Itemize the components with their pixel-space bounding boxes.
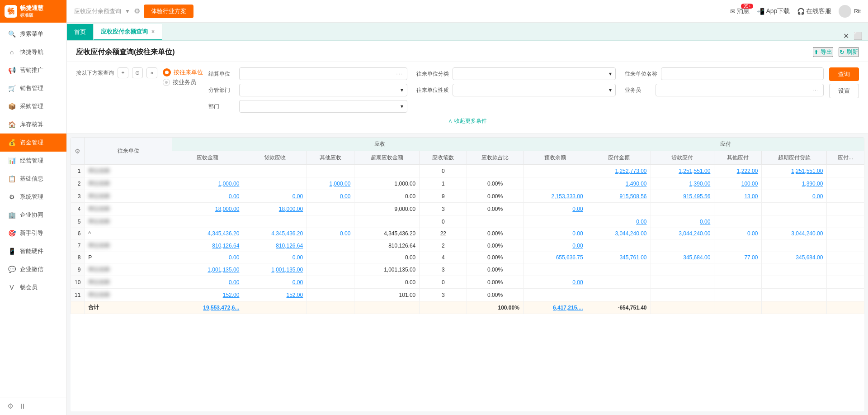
- total-prepaid[interactable]: 6,417,215....: [523, 301, 587, 314]
- topbar-breadcrumb: 应收应付余额查询: [74, 7, 121, 15]
- sidebar-item-purchase[interactable]: 📦采购管理: [0, 97, 66, 115]
- logo-icon: 畅: [5, 5, 17, 18]
- avatar: [839, 5, 851, 18]
- basic-icon: 📋: [7, 174, 16, 183]
- table-row: 2 单位名称 1,000.00 1,000.00 1,000.00 1 0.00…: [71, 177, 864, 190]
- collapse-more-button[interactable]: ∧ 收起更多条件: [76, 114, 859, 128]
- sidebar-item-sales[interactable]: 🛒销售管理: [0, 79, 66, 97]
- sidebar-item-inventory[interactable]: 🏠库存核算: [0, 115, 66, 134]
- unit-category-input[interactable]: ▾: [453, 67, 615, 80]
- chevron-down-icon: ▼: [125, 8, 130, 14]
- message-icon: ✉: [730, 8, 736, 15]
- ar-pct-header: 应收款占比: [467, 151, 524, 165]
- sidebar-item-marketing[interactable]: 📢营销推广: [0, 61, 66, 79]
- sidebar-item-guide[interactable]: 🎯新手引导: [0, 224, 66, 242]
- filter-field-unit-category: 往来单位分类 ▾: [416, 67, 615, 80]
- add-scheme-button[interactable]: +: [118, 67, 128, 78]
- tab-home[interactable]: 首页: [67, 24, 94, 40]
- scheme-settings-button[interactable]: ⊙: [132, 67, 143, 78]
- export-button[interactable]: ⬆ 导出: [813, 47, 833, 57]
- option-by-staff-label: 按业务员: [173, 78, 196, 86]
- table-settings-icon[interactable]: ⚙: [75, 148, 80, 155]
- filter-scheme-label: 按以下方案查询: [76, 69, 114, 77]
- app-title: 畅捷通慧: [20, 4, 43, 12]
- table-row: 10 单位名称 0.00 0.00 0.00 0 0.00% 0.00: [71, 276, 864, 289]
- dept-label: 部门: [208, 103, 236, 110]
- topbar-left: 应收应付余额查询 ▼ ⚙ 体验行业方案: [74, 5, 726, 18]
- setting-button[interactable]: 设置: [829, 84, 859, 98]
- refresh-icon: ↻: [840, 49, 844, 56]
- online-service-button[interactable]: 🎧 在线客服: [797, 7, 831, 15]
- table-row: 7 单位名称 810,126.64 810,126.64 810,126.64 …: [71, 239, 864, 252]
- refresh-button[interactable]: ↻ 刷新: [839, 47, 859, 57]
- unit-name-input[interactable]: [661, 67, 824, 80]
- tab-home-label: 首页: [74, 28, 86, 36]
- dept-manager-input[interactable]: ▾: [239, 84, 407, 96]
- filter-field-salesperson: 业务员 ···: [625, 84, 824, 96]
- sidebar-item-wechat[interactable]: 💬企业微信: [0, 260, 66, 278]
- sidebar-item-finance[interactable]: 💰资金管理: [0, 134, 66, 152]
- query-button[interactable]: 查询: [829, 67, 859, 81]
- sidebar-item-system[interactable]: ⚙系统管理: [0, 188, 66, 206]
- filter-field-dept: 部门 ▾: [208, 100, 407, 113]
- settings-bottom-icon[interactable]: ⚙: [7, 402, 14, 410]
- ap-amount-header: 应付金额: [587, 151, 651, 165]
- app-download-button[interactable]: 📲 App下载: [757, 7, 790, 15]
- ap-overdue-header: 超期应付贷款: [762, 151, 827, 165]
- tab-close-icon[interactable]: ×: [151, 29, 155, 35]
- sidebar-item-member[interactable]: V畅会员: [0, 278, 66, 296]
- dept-input[interactable]: ▾: [239, 100, 407, 113]
- operation-icon: 📊: [7, 156, 16, 165]
- system-icon: ⚙: [7, 192, 16, 201]
- sidebar-item-nav[interactable]: ⌂快捷导航: [0, 43, 66, 61]
- sidebar-item-operation[interactable]: 📊经营管理: [0, 152, 66, 170]
- data-table: ⚙ 往来单位 应收 应付 应收金额 贷款应收 其他应收 超期应收金额 应收笔数 …: [71, 137, 864, 314]
- wechat-icon: 💬: [7, 265, 16, 274]
- sidebar-item-basic[interactable]: 📋基础信息: [0, 170, 66, 188]
- download-icon: 📲: [757, 8, 764, 15]
- gear-icon[interactable]: ⚙: [134, 7, 140, 15]
- settlement-input[interactable]: ···: [239, 67, 407, 80]
- member-icon: V: [7, 283, 16, 292]
- message-button[interactable]: ✉ 消息 99+: [730, 7, 750, 15]
- inventory-icon: 🏠: [7, 120, 16, 129]
- message-badge: 99+: [741, 4, 753, 9]
- sales-icon: 🛒: [7, 84, 16, 93]
- guide-icon: 🎯: [7, 229, 16, 238]
- page-actions: ⬆ 导出 ↻ 刷新: [813, 47, 859, 57]
- total-ap-amount: -654,751.40: [587, 301, 651, 314]
- tab-ar-ap[interactable]: 应收应付余额查询 ×: [94, 24, 162, 40]
- maximize-icon[interactable]: ⬜: [854, 32, 863, 40]
- table-row: 9 单位名称 1,001,135.00 1,001,135.00 1,001,1…: [71, 263, 864, 276]
- table-row: 8 P 0.00 0.00 0.00 4 0.00% 655,636.75 34…: [71, 252, 864, 263]
- sidebar-item-search[interactable]: 🔍搜索菜单: [0, 25, 66, 43]
- unit-nature-input[interactable]: ▾: [453, 84, 615, 96]
- scheme-collapse-button[interactable]: «: [146, 67, 157, 78]
- industry-solution-button[interactable]: 体验行业方案: [144, 5, 193, 18]
- sidebar-item-hardware[interactable]: 📱智能硬件: [0, 242, 66, 260]
- table-row: 1 单位名称 0 1,252,773.00 1,251,551.00 1,222…: [71, 165, 864, 177]
- filter-option-by-unit[interactable]: 按往来单位: [163, 68, 203, 76]
- collapse-icon[interactable]: ⏸: [19, 402, 26, 410]
- settings-col-header[interactable]: ⚙: [71, 138, 85, 165]
- close-window-icon[interactable]: ✕: [843, 32, 849, 40]
- page-header: 应收应付余额查询(按往来单位) ⬆ 导出 ↻ 刷新: [67, 41, 868, 62]
- marketing-icon: 📢: [7, 66, 16, 75]
- option-by-unit-label: 按往来单位: [174, 68, 203, 76]
- sidebar-item-collab[interactable]: 🏢企业协同: [0, 206, 66, 224]
- collab-icon: 🏢: [7, 210, 16, 219]
- query-buttons: 查询 设置: [829, 67, 859, 98]
- filter-option-by-staff[interactable]: 按业务员: [163, 78, 203, 86]
- unit-category-label: 往来单位分类: [416, 70, 449, 78]
- topbar-right: ✉ 消息 99+ 📲 App下载 🎧 在线客服 Rit: [730, 5, 861, 18]
- sidebar: 畅 畅捷通慧 标准版 🔍搜索菜单⌂快捷导航📢营销推广🛒销售管理📦采购管理🏠库存核…: [0, 0, 67, 415]
- user-area[interactable]: Rit: [839, 5, 861, 18]
- tabbar: 首页 应收应付余额查询 × ✕ ⬜: [67, 23, 868, 41]
- filter-area: 按以下方案查询 + ⊙ « 按往来单位 按业务员: [67, 62, 868, 134]
- filter-field-settlement: 结算单位 ···: [208, 67, 407, 80]
- search-icon: 🔍: [7, 29, 16, 38]
- service-icon: 🎧: [797, 8, 805, 15]
- salesperson-input[interactable]: ···: [656, 84, 824, 96]
- total-ar-amount[interactable]: 19,553,472,6...: [172, 301, 243, 314]
- radio-by-unit: [163, 68, 171, 76]
